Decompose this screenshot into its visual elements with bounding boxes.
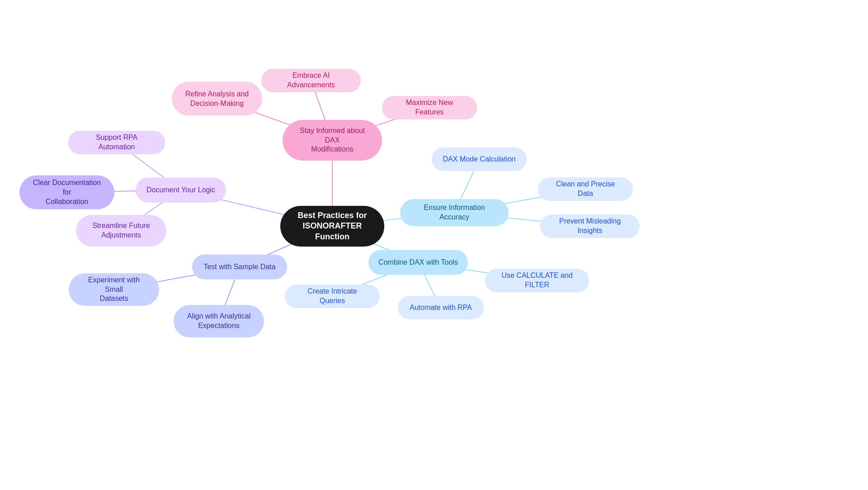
node-automate-rpa: Automate with RPA [398,296,484,319]
node-experiment-small: Experiment with Small Datasets [69,273,159,306]
node-create-intricate: Create Intricate Queries [285,285,380,308]
node-align-analytical: Align with Analytical Expectations [174,305,264,338]
node-dax-mode: DAX Mode Calculation [432,147,527,171]
node-use-calculate: Use CALCULATE and FILTER [485,269,589,292]
node-test-sample: Test with Sample Data [192,255,287,280]
node-clean-precise: Clean and Precise Data [538,177,633,201]
node-streamline-future: Streamline Future Adjustments [76,215,166,247]
node-combine-dax: Combine DAX with Tools [368,250,468,275]
node-prevent-misleading: Prevent Misleading Insights [540,214,640,238]
mind-map-container: Best Practices for ISONORAFTER FunctionS… [0,0,868,490]
node-embrace-ai: Embrace AI Advancements [261,69,361,92]
center-node: Best Practices for ISONORAFTER Function [280,206,384,247]
node-maximize-features: Maximize New Features [382,96,477,119]
node-ensure-accuracy: Ensure Information Accuracy [400,199,509,226]
node-clear-docs: Clear Documentation for Collaboration [19,176,114,209]
node-support-rpa: Support RPA Automation [68,131,165,154]
node-stay-informed: Stay Informed about DAX Modifications [283,120,382,161]
node-refine-analysis: Refine Analysis and Decision-Making [172,82,262,116]
node-document-logic: Document Your Logic [136,178,226,203]
